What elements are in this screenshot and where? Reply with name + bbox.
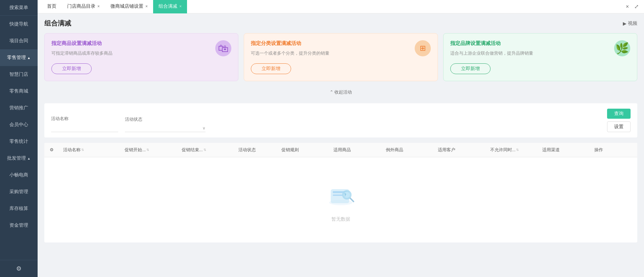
sidebar-item-wholesale-mgmt[interactable]: 批发管理 ▲ <box>0 150 38 167</box>
th-goods: 适用商品 <box>331 147 383 153</box>
th-status: 活动状态 <box>236 147 279 153</box>
product-promo-card: 🛍 指定商品设置满减活动 可指定滞销商品或库存较多商品 立即新增 <box>44 33 238 81</box>
setting-button[interactable]: 设置 <box>607 121 631 132</box>
tab-bar: 首页 门店商品目录 × 微商城店铺设置 × 组合满减 × × ⤢ <box>38 0 644 13</box>
sidebar-item-label: 批发管理 <box>7 155 26 161</box>
sort-icon[interactable]: ⇅ <box>81 148 84 152</box>
brand-promo-card: 🌿 指定品牌设置满减活动 适合与上游企业联合做营销，提升品牌销量 立即新增 <box>443 33 637 81</box>
collapse-bar[interactable]: ⌃ 收起活动 <box>44 87 637 98</box>
empty-state: ? 暂无数据 <box>44 157 637 242</box>
tab-store-catalog[interactable]: 门店商品目录 × <box>62 0 105 13</box>
sidebar: 搜索菜单 快捷导航 项目合同 零售管理 ▲ 智慧门店 零售商城 营销推广 会员中… <box>0 0 38 277</box>
category-promo-desc: 可选一个或者多个分类，提升分类的销量 <box>251 50 431 57</box>
activity-name-input[interactable] <box>51 124 118 132</box>
close-icon[interactable]: × <box>97 4 100 9</box>
gear-icon[interactable]: ⚙ <box>16 265 21 272</box>
search-buttons: 查询 设置 <box>607 109 631 132</box>
th-end: 促销结束... ⇅ <box>179 147 236 153</box>
sidebar-item-label: 智慧门店 <box>9 71 28 77</box>
th-rule-label: 促销规则 <box>281 147 299 153</box>
th-status-label: 活动状态 <box>238 147 256 153</box>
tab-combo-discount[interactable]: 组合满减 × <box>153 0 187 13</box>
category-promo-btn[interactable]: 立即新增 <box>251 63 291 74</box>
main-area: 首页 门店商品目录 × 微商城店铺设置 × 组合满减 × × ⤢ 组合满减 ▶ … <box>38 0 644 277</box>
video-link[interactable]: ▶ 视频 <box>623 20 637 26</box>
sidebar-item-label: 库存核算 <box>9 206 28 212</box>
sidebar-item-label: 采购管理 <box>9 189 28 195</box>
brand-promo-btn[interactable]: 立即新增 <box>450 63 491 74</box>
sidebar-item-label: 零售统计 <box>9 138 28 145</box>
close-icon[interactable]: × <box>179 4 182 9</box>
close-window-icon[interactable]: × <box>625 2 630 11</box>
th-settings[interactable]: ⚙ <box>47 147 60 152</box>
activity-status-select[interactable]: ∨ <box>125 124 205 132</box>
sidebar-item-label: 零售管理 <box>7 55 26 61</box>
table-container: ⚙ 活动名称 ⇅ 促销开始... ⇅ 促销结束... ⇅ 活动状态 促销规则 <box>44 143 637 242</box>
th-notsame-label: 不允许同时... <box>490 147 516 153</box>
sidebar-item-label: 零售商城 <box>9 88 28 94</box>
th-channel-label: 适用渠道 <box>542 147 560 153</box>
brand-promo-title: 指定品牌设置满减活动 <box>450 40 630 47</box>
sort-icon[interactable]: ⇅ <box>146 148 149 152</box>
close-icon[interactable]: × <box>145 4 148 9</box>
sidebar-item-finance-mgmt[interactable]: 资金管理 <box>0 217 38 234</box>
th-start-label: 促销开始... <box>125 147 146 153</box>
sidebar-item-xiaochangec[interactable]: 小畅电商 <box>0 167 38 183</box>
th-start: 促销开始... ⇅ <box>122 147 179 153</box>
activity-name-field: 活动名称 <box>51 116 118 132</box>
tab-bar-actions: × ⤢ <box>625 2 640 11</box>
sidebar-item-purchase-mgmt[interactable]: 采购管理 <box>0 183 38 200</box>
sidebar-item-retail-stats[interactable]: 零售统计 <box>0 133 38 150</box>
tab-home[interactable]: 首页 <box>42 0 62 13</box>
category-promo-icon: ⊞ <box>415 40 431 56</box>
th-end-label: 促销结束... <box>182 147 203 153</box>
brand-promo-desc: 适合与上游企业联合做营销，提升品牌销量 <box>450 50 630 57</box>
sidebar-item-label: 资金管理 <box>9 222 28 228</box>
th-customer-label: 适用客户 <box>438 147 455 153</box>
tab-home-label: 首页 <box>47 3 56 9</box>
sidebar-item-smart-store[interactable]: 智慧门店 <box>0 66 38 83</box>
sidebar-item-project-contract[interactable]: 项目合同 <box>0 33 38 49</box>
sidebar-item-member-center[interactable]: 会员中心 <box>0 116 38 133</box>
sidebar-item-label: 营销推广 <box>9 105 28 111</box>
query-button[interactable]: 查询 <box>607 109 631 119</box>
category-promo-title: 指定分类设置满减活动 <box>251 40 431 47</box>
sidebar-item-marketing[interactable]: 营销推广 <box>0 100 38 116</box>
expand-icon: ▲ <box>27 157 31 160</box>
product-promo-icon: 🛍 <box>215 40 231 56</box>
sidebar-item-retail-mgmt[interactable]: 零售管理 ▲ <box>0 49 38 66</box>
activity-status-field: 活动状态 ∨ <box>125 116 205 132</box>
th-channel: 适用渠道 <box>540 147 592 153</box>
th-notsame: 不允许同时... ⇅ <box>488 147 540 153</box>
content-area: 组合满减 ▶ 视频 🛍 指定商品设置满减活动 可指定滞销商品或库存较多商品 立即… <box>38 13 644 277</box>
svg-text:?: ? <box>344 193 346 197</box>
empty-label: 暂无数据 <box>331 216 350 222</box>
sidebar-bottom: ⚙ <box>0 260 38 277</box>
sidebar-item-label: 快捷导航 <box>9 21 28 27</box>
sort-icon[interactable]: ⇅ <box>516 148 519 152</box>
sidebar-item-label: 项目合同 <box>9 38 28 44</box>
expand-window-icon[interactable]: ⤢ <box>633 2 640 11</box>
product-promo-btn[interactable]: 立即新增 <box>51 63 92 74</box>
activity-status-label: 活动状态 <box>125 116 205 122</box>
sidebar-item-retail-mall[interactable]: 零售商城 <box>0 83 38 100</box>
th-except-label: 例外商品 <box>386 147 403 153</box>
tab-store-catalog-label: 门店商品目录 <box>67 3 95 9</box>
svg-line-6 <box>350 198 354 202</box>
tab-micro-shop-settings[interactable]: 微商城店铺设置 × <box>105 0 153 13</box>
sidebar-search[interactable]: 搜索菜单 <box>0 0 38 16</box>
th-name-label: 活动名称 <box>63 147 81 153</box>
th-customer: 适用客户 <box>435 147 487 153</box>
expand-icon: ▲ <box>27 56 31 60</box>
sidebar-item-stock-check[interactable]: 库存核算 <box>0 200 38 217</box>
product-promo-title: 指定商品设置满减活动 <box>51 40 231 47</box>
sidebar-item-quick-nav[interactable]: 快捷导航 <box>0 16 38 33</box>
empty-illustration: ? <box>324 177 358 211</box>
svg-rect-3 <box>333 195 343 196</box>
tab-combo-discount-label: 组合满减 <box>158 3 177 9</box>
table-header: ⚙ 活动名称 ⇅ 促销开始... ⇅ 促销结束... ⇅ 活动状态 促销规则 <box>44 143 637 157</box>
promo-cards-row: 🛍 指定商品设置满减活动 可指定滞销商品或库存较多商品 立即新增 ⊞ 指定分类设… <box>44 33 637 81</box>
sort-icon[interactable]: ⇅ <box>203 148 206 152</box>
th-action: 操作 <box>592 147 635 153</box>
page-title: 组合满减 <box>44 19 71 28</box>
